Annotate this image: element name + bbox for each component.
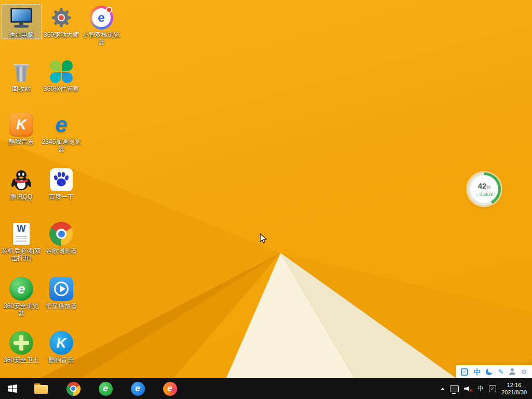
ime-mode-chinese[interactable]: 中 — [473, 368, 481, 376]
taskbar: e e e ✕ 中 ✓ 12:16 2021/8/30 — [0, 378, 532, 399]
action-center-icon[interactable]: ✓ — [489, 385, 496, 392]
icon-label: 腾讯QQ — [10, 193, 33, 201]
moon-icon[interactable] — [486, 368, 493, 375]
icon-label: 360驱动大师 — [44, 31, 79, 38]
desktop-icon-2345-browser[interactable]: e 2345加速浏览器 — [41, 111, 82, 153]
icon-label: 小智双核浏览器 — [82, 31, 121, 46]
icon-label: 恒星播放器 — [46, 302, 77, 310]
gear-icon — [49, 6, 73, 30]
desktop-icon-star-player[interactable]: 恒星播放器 — [41, 275, 82, 310]
clock-date: 2021/8/30 — [501, 389, 527, 396]
desktop-icon-this-pc[interactable]: 这台电脑 — [1, 4, 42, 39]
taskbar-2345-browser[interactable]: e — [122, 378, 154, 399]
icon-label: 360软件管家 — [44, 85, 79, 92]
icon-label: 百度一下 — [49, 193, 74, 201]
hidden-icons-arrow[interactable] — [441, 388, 445, 390]
kugou-music-icon: K — [49, 331, 73, 355]
desktop-icon-360-safe-browser[interactable]: e 360安全浏览器 — [1, 275, 42, 317]
desktop-icon-baidu[interactable]: 百度一下 — [41, 166, 82, 201]
network-icon[interactable] — [450, 385, 459, 392]
360-browser-icon: e — [9, 277, 33, 301]
play-button-icon — [49, 277, 73, 301]
icon-label: 装机后必读(双击打开) — [2, 247, 41, 262]
desktop-icon-360-safety-guard[interactable]: 360安全卫士 — [1, 329, 42, 364]
icon-label: 360安全浏览器 — [2, 302, 41, 317]
icon-label: 360安全卫士 — [4, 356, 39, 364]
taskbar-360-browser[interactable]: e — [89, 378, 122, 399]
icon-label: 谷歌浏览器 — [46, 247, 77, 255]
taskbar-chrome[interactable] — [57, 378, 89, 399]
volume-muted-icon[interactable]: ✕ — [464, 385, 472, 392]
taskbar-file-explorer[interactable] — [25, 378, 57, 399]
desktop-icon-kugou-music[interactable]: K 酷狗音乐 — [41, 329, 82, 364]
desktop-icon-kuwo-music[interactable]: K 酷我音乐 — [1, 111, 42, 146]
360-guard-icon — [9, 331, 33, 355]
download-speed: ↓ 0.5K/s — [476, 192, 493, 197]
chrome-icon — [49, 222, 73, 246]
taskbar-xiaozhi-browser[interactable]: e — [154, 378, 186, 399]
baidu-paw-icon — [49, 168, 73, 192]
start-button[interactable] — [0, 378, 25, 399]
person-icon[interactable] — [509, 368, 515, 375]
kuwo-music-icon: K — [9, 113, 33, 137]
speed-widget-face: 42% ↓ 0.5K/s — [470, 175, 498, 203]
360-browser-icon: e — [99, 382, 113, 396]
windows-logo-icon — [7, 383, 18, 394]
icon-label: 酷我音乐 — [9, 138, 34, 145]
desktop: 这台电脑 回收站 K 酷我音乐 — [0, 0, 532, 399]
xiaozhi-browser-icon: e — [89, 6, 113, 30]
icon-label: 回收站 — [12, 85, 31, 92]
icon-label: 这台电脑 — [9, 31, 34, 38]
clock-time: 12:16 — [501, 381, 527, 389]
down-arrow-icon: ↓ — [476, 192, 478, 197]
desktop-icon-360-software-manager[interactable]: 360软件管家 — [41, 58, 82, 93]
desktop-icon-google-chrome[interactable]: 谷歌浏览器 — [41, 220, 82, 255]
word-document-icon: W — [9, 222, 33, 246]
pen-icon[interactable]: ✎ — [498, 368, 503, 375]
speed-widget[interactable]: 42% ↓ 0.5K/s — [468, 172, 501, 206]
qq-penguin-icon — [9, 168, 33, 192]
ime-indicator[interactable]: 中 — [477, 384, 484, 393]
ime-toolbar: ✓ 中 ✎ ⚙ — [456, 365, 532, 378]
usage-percent: 42% — [478, 182, 491, 191]
desktop-icon-tencent-qq[interactable]: 腾讯QQ — [1, 166, 42, 201]
2345-browser-icon: e — [131, 382, 145, 396]
desktop-icon-recycle-bin[interactable]: 回收站 — [1, 58, 42, 93]
xiaozhi-browser-icon: e — [163, 382, 177, 396]
chrome-icon — [66, 382, 81, 396]
taskbar-clock[interactable]: 12:16 2021/8/30 — [501, 381, 527, 396]
icon-label: 酷狗音乐 — [49, 356, 74, 364]
desktop-icon-360-driver-master[interactable]: 360驱动大师 — [41, 4, 82, 39]
recycle-bin-icon — [9, 60, 33, 84]
2345-browser-icon: e — [49, 113, 73, 137]
gear-icon[interactable]: ⚙ — [521, 368, 527, 375]
leaves-icon — [49, 60, 73, 84]
ime-logo-icon[interactable]: ✓ — [461, 368, 468, 376]
this-pc-icon — [9, 6, 33, 30]
system-tray: ✕ 中 ✓ 12:16 2021/8/30 — [441, 378, 532, 399]
folder-icon — [34, 383, 48, 394]
desktop-icon-xiaozhi-browser[interactable]: e 小智双核浏览器 — [81, 4, 122, 46]
desktop-icon-readme-doc[interactable]: W 装机后必读(双击打开) — [1, 220, 42, 262]
icon-label: 2345加速浏览器 — [42, 138, 81, 153]
